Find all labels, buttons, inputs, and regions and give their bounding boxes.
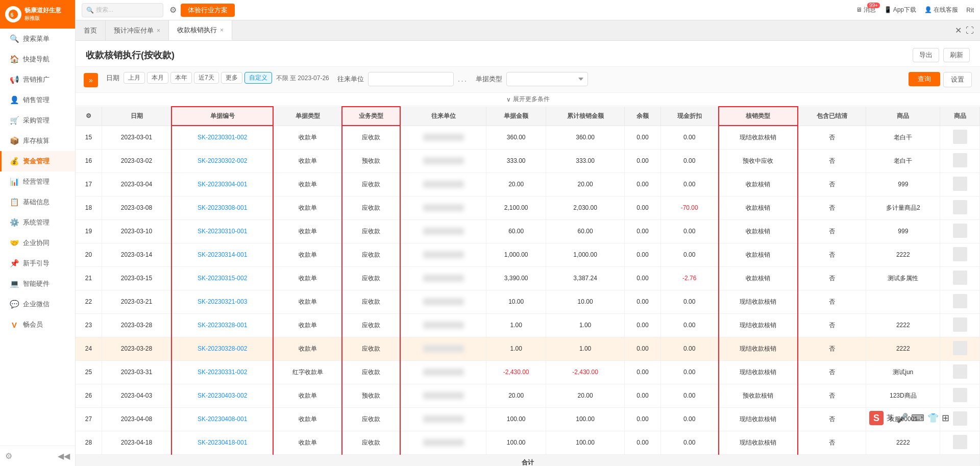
doc-no-link[interactable]: SK-20230328-001 [198,322,247,329]
sidebar-item-inventory[interactable]: 📦 库存核算 [0,131,75,151]
table-row: 28 2023-04-18 SK-20230418-001 收款单 应收款 10… [76,431,980,454]
sidebar-item-finance[interactable]: 💰 资金管理 [0,151,75,171]
shirt-icon: 👕 [927,412,939,424]
cell-doc-type: 收款单 [273,407,342,431]
settings-bottom-icon[interactable]: ⚙ [5,451,12,461]
sidebar-item-member[interactable]: V 畅会员 [0,314,75,335]
solution-button[interactable]: 体验行业方案 [181,4,235,17]
table-row: 22 2023-03-21 SK-20230321-003 收款单 应收款 10… [76,290,980,313]
tab-payable[interactable]: 预计冲应付单 × [106,20,169,40]
date-btn-more[interactable]: 更多 [221,72,242,84]
sidebar-item-operation[interactable]: 📊 经营管理 [0,171,75,192]
cell-goods1: 测试多属性 [866,266,940,290]
cell-doc-no: SK-20230310-001 [172,219,273,243]
sidebar-item-basic-info[interactable]: 📋 基础信息 [0,192,75,212]
date-btn-last-month[interactable]: 上月 [124,72,145,84]
cell-date: 2023-03-08 [102,196,172,219]
sidebar-item-marketing[interactable]: 📢 营销推广 [0,69,75,90]
cell-goods2 [940,266,980,290]
filter-partner-label: 往来单位 [337,75,364,84]
tab-collection[interactable]: 收款核销执行 × [169,20,232,40]
cell-doc-no: SK-20230331-002 [172,360,273,384]
tab-collection-label: 收款核销执行 [177,26,217,35]
date-btn-custom[interactable]: 自定义 [244,72,272,84]
date-btn-this-month[interactable]: 本月 [147,72,168,84]
sidebar-item-label: 新手引导 [23,259,50,268]
th-goods1: 商品 [866,107,940,126]
tab-expand-icon[interactable]: ⛶ [966,26,974,35]
table-row: 25 2023-03-31 SK-20230331-002 红字收款单 应收款 … [76,360,980,384]
cell-cash-discount: 0.00 [660,407,718,431]
watermark-text: 英 [887,413,894,423]
tab-close-all-icon[interactable]: ✕ [955,26,962,35]
expand-more-button[interactable]: ∨ 展开更多条件 [506,95,550,104]
doc-no-link[interactable]: SK-20230418-001 [198,439,247,446]
sidebar-item-label: 搜索菜单 [23,34,50,43]
th-settings[interactable]: ⚙ [76,107,102,126]
doc-no-link[interactable]: SK-20230302-002 [198,157,247,164]
cell-partner [400,219,486,243]
sidebar-item-sales[interactable]: 👤 销售管理 [0,90,75,110]
doc-no-link[interactable]: SK-20230301-002 [198,134,247,141]
sidebar-item-wechat[interactable]: 💬 企业微信 [0,294,75,314]
cell-offset-type: 预收中应收 [719,149,798,173]
doc-no-link[interactable]: SK-20230321-003 [198,298,247,305]
collapse-icon[interactable]: ◀◀ [58,451,70,461]
cell-no: 22 [76,290,102,313]
doc-no-link[interactable]: SK-20230308-001 [198,204,247,211]
topbar-gear-icon[interactable]: ⚙ [169,5,177,15]
sidebar-item-guide[interactable]: 📌 新手引导 [0,253,75,274]
tab-home[interactable]: 首页 [76,20,106,40]
topbar-search-box[interactable]: 🔍 搜索... [82,3,163,17]
finance-icon: 💰 [10,157,19,166]
sidebar-item-quick-nav[interactable]: 🏠 快捷导航 [0,49,75,69]
sidebar-item-purchase[interactable]: 🛒 采购管理 [0,110,75,131]
sidebar-item-system[interactable]: ⚙️ 系统管理 [0,212,75,233]
refresh-button[interactable]: 刷新 [943,48,970,62]
doc-no-link[interactable]: SK-20230331-002 [198,369,247,376]
cell-amount: 60.00 [486,219,546,243]
doc-no-link[interactable]: SK-20230314-001 [198,251,247,258]
cell-offset-type: 现结收款核销 [719,290,798,313]
cell-doc-type: 收款单 [273,219,342,243]
tab-controls: ✕ ⛶ [955,26,980,35]
tab-payable-close-icon[interactable]: × [157,27,160,34]
cell-total-offset: 60.00 [546,219,625,243]
filter-expand-button[interactable]: » [84,73,98,87]
table-header-row: ⚙ 日期 单据编号 单据类型 业务类型 往来单位 单据金额 累计核销金额 余额 … [76,107,980,126]
filter-bar: » 日期 上月 本月 本年 近7天 更多 自定义 不限 至 2023-07-26… [76,67,980,93]
sidebar-item-search-menu[interactable]: 🔍 搜索菜单 [0,29,75,49]
basic-info-icon: 📋 [10,198,19,207]
cell-date: 2023-03-21 [102,290,172,313]
query-button[interactable]: 查询 [909,72,940,86]
cell-doc-no: SK-20230403-002 [172,384,273,407]
sidebar-item-enterprise[interactable]: 🤝 企业协同 [0,233,75,253]
cell-total-offset: 360.00 [546,126,625,149]
cell-goods1: 2222 [866,431,940,454]
date-btn-7days[interactable]: 近7天 [194,72,219,84]
cell-cash-discount: 0.00 [660,219,718,243]
cell-total-offset: 10.00 [546,290,625,313]
export-button[interactable]: 导出 [913,48,939,62]
sidebar-item-hardware[interactable]: 💻 智能硬件 [0,274,75,294]
doc-no-link[interactable]: SK-20230408-001 [198,415,247,423]
doc-no-link[interactable]: SK-20230315-002 [198,275,247,282]
apps-icon: ⊞ [942,412,949,424]
filter-partner-input[interactable] [368,72,454,86]
doc-no-link[interactable]: SK-20230310-001 [198,228,247,235]
cell-date: 2023-03-15 [102,266,172,290]
doc-no-link[interactable]: SK-20230328-002 [198,345,247,352]
online-service-link[interactable]: 👤 在线客服 [924,6,958,14]
date-btn-this-year[interactable]: 本年 [170,72,192,84]
app-download-link[interactable]: 📱 App下载 [884,6,916,14]
cell-no: 27 [76,407,102,431]
doc-no-link[interactable]: SK-20230304-001 [198,181,247,188]
message-badge[interactable]: 🖥 消息 99+ [856,6,876,14]
settings-button[interactable]: 设置 [943,72,972,87]
cell-has-settled: 否 [798,173,866,196]
cell-biz-type: 应收款 [342,431,400,454]
tab-collection-close-icon[interactable]: × [220,27,224,34]
doc-no-link[interactable]: SK-20230403-002 [198,392,247,399]
filter-receipt-type-select[interactable] [506,72,588,86]
hardware-icon: 💻 [10,279,19,288]
